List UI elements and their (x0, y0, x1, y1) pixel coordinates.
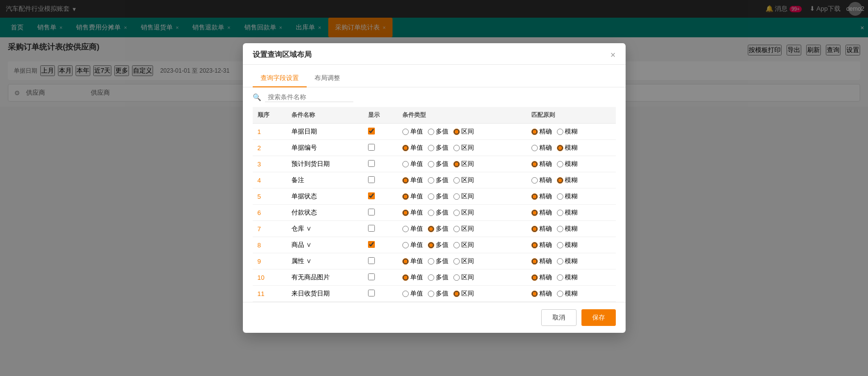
search-bar: 🔍 (243, 87, 626, 107)
tab-layout-adjust[interactable]: 布局调整 (307, 70, 348, 87)
modal-overlay: 设置查询区域布局 × 查询字段设置 布局调整 🔍 顺序 条件名称 (0, 0, 868, 107)
dialog-header: 设置查询区域布局 × (243, 43, 626, 65)
search-icon: 🔍 (253, 93, 261, 101)
dialog-close-btn[interactable]: × (610, 51, 616, 59)
dialog-tabs: 查询字段设置 布局调整 (243, 65, 626, 87)
dialog-title: 设置查询区域布局 (253, 50, 312, 59)
tab-query-fields[interactable]: 查询字段设置 (253, 70, 307, 87)
settings-dialog: 设置查询区域布局 × 查询字段设置 布局调整 🔍 顺序 条件名称 (243, 43, 626, 107)
search-input[interactable] (265, 92, 353, 102)
